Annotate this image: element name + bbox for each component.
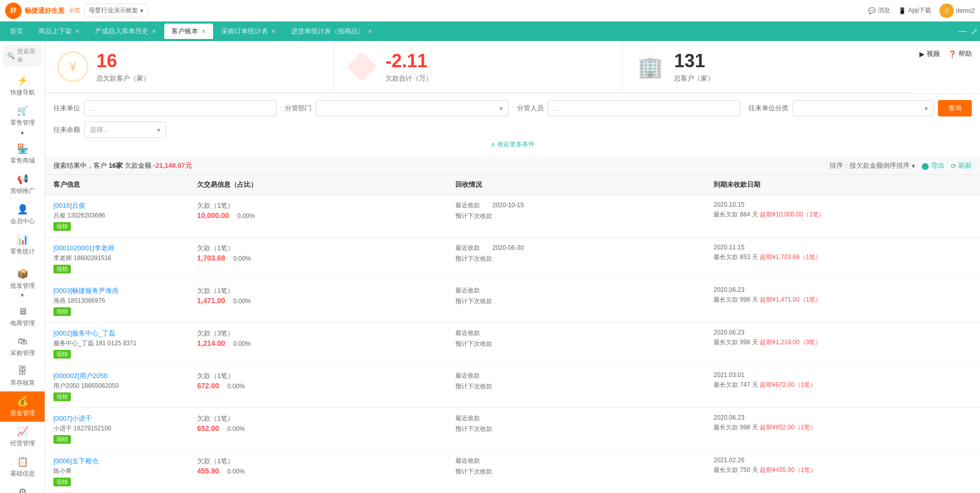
debt-cell-1: 欠款（1笔） 10,000.00 0.00% [197,201,455,220]
table-row: [0016]吕俊 吕俊 13026203696 现销 欠款（1笔） 10,000… [45,195,980,238]
quick-nav-icon: ⚡ [17,75,28,86]
customer-name-4[interactable]: [0002]服务中心_丁磊 [53,329,197,338]
tab-close-icon3[interactable]: ✕ [201,28,206,35]
search-icon: 🔍 [7,52,15,60]
logo: 好 畅捷通好生意 [5,3,65,19]
collapse-label: 收起更多条件 [497,140,534,149]
sidebar-item-ecommerce[interactable]: 🖥 电商管理 [0,302,45,332]
stat-number-debt-customers: 16 [97,50,321,72]
tab-home[interactable]: 首页 [3,24,30,39]
customer-name-5[interactable]: [000002]用户2050 [53,371,197,381]
table-row: [0001020001]李老师 李老师 18600391516 现销 欠款（1笔… [45,238,980,280]
refresh-btn[interactable]: ⟳ 刷新 [951,161,972,170]
sidebar-item-inventory[interactable]: 🗄 库存核算 [0,362,45,391]
debt-count-6: 欠款（1笔） [197,414,455,423]
stat-card-total-customers: 🏢 131 总客户（家） [623,41,911,92]
customer-name-2[interactable]: [0001020001]李老师 [53,244,197,253]
org-selector[interactable]: 母婴行业演示账套 ▾ [84,4,148,17]
user-profile[interactable]: D demo2 [939,4,975,18]
appdown-btn[interactable]: 📱 App下载 [898,6,931,15]
tab-close-icon[interactable]: ✕ [75,28,80,35]
collection-cell-2: 最近收款 2020-06-30 预计下次收款 [455,244,714,263]
customer-phone-1: 吕俊 13026203696 [53,211,197,220]
overdue-days-2: 最长欠款 853 天 [714,253,758,261]
overdue-amount-1[interactable]: 超期¥10,000.00（1笔） [760,211,825,218]
video-icon: ▶ [919,50,925,58]
overdue-amount-6[interactable]: 超期¥652.00（1笔） [760,424,816,431]
view-label: 视频 [927,49,940,58]
sidebar-item-marketing[interactable]: 📢 营销推广 [0,169,45,200]
filter-label-person: 分管人员 [517,104,544,113]
customer-name-7[interactable]: [0006]去下粮仓 [53,457,197,466]
help-icon: ❓ [948,50,956,58]
debt-amount-5: 672.00 [197,382,219,390]
tab-close-icon4[interactable]: ✕ [271,28,276,35]
filter-select-category[interactable]: ▾ [793,100,934,116]
sidebar-item-quick-nav[interactable]: ⚡ 快捷导航 [0,71,45,101]
overdue-amount-2[interactable]: 超期¥1,703.68（1笔） [760,253,821,261]
member-icon: 👤 [17,204,28,215]
search-menu-box[interactable]: 🔍 搜索菜单 [3,45,42,67]
overdue-info-2: 最长欠款 853 天 超期¥1,703.68（1笔） [714,253,972,262]
tab-maximize-btn[interactable]: ⤢ [971,27,977,36]
tab-product-offshelf[interactable]: 商品上下架 ✕ [31,24,87,39]
sidebar-item-retail-mgmt[interactable]: 🛒 零售管理 ▲ [0,101,45,139]
filter-select-balance[interactable]: 选择... ▾ [84,122,166,138]
overdue-amount-3[interactable]: 超期¥1,471.00（1笔） [760,296,821,303]
debt-percent-5: 0.00% [227,383,245,390]
layout: 🔍 搜索菜单 ⚡ 快捷导航 🛒 零售管理 ▲ 🏪 零售商城 📢 营销推广 👤 会… [0,41,980,493]
tab-purchase-stats-label: 进货单统计表（按商品） [291,27,364,36]
message-btn[interactable]: 💬 消息 [868,6,890,15]
collapse-btn[interactable]: ∧ 收起更多条件 [491,140,534,149]
filter-balance-placeholder: 选择... [90,125,109,134]
stat-label-debt-customers: 总欠款客户（家） [97,74,321,83]
customer-name-3[interactable]: [0003]畅捷服务尹海燕 [53,286,197,295]
filter-input-person[interactable]: ... [548,100,740,116]
filter-input-unit-dots: ... [90,105,95,112]
sidebar-item-member[interactable]: 👤 会员中心 [0,200,45,230]
sidebar-item-system[interactable]: ⚙ 系统管理 [0,482,45,493]
debt-cell-4: 欠款（3笔） 1,214.00 0.00% [197,329,455,347]
customer-name-1[interactable]: [0016]吕俊 [53,201,197,210]
tab-close-icon5[interactable]: ✕ [368,28,372,35]
inventory-icon: 🗄 [18,366,27,377]
sidebar-item-retail-stats[interactable]: 📊 零售统计 [0,230,45,260]
stat-card-debt-customers: ¥ 16 总欠款客户（家） [45,41,334,92]
stat-info-2: -2.11 欠款合计（万） [386,50,610,83]
sidebar-item-batch-mgmt[interactable]: 📦 批发管理 ▼ [0,264,45,302]
filter-group-category: 往来单位分类 ▾ 查询 [748,100,972,116]
tab-product-history[interactable]: 产成品入库单历史 ✕ [88,24,163,39]
search-button[interactable]: 查询 [938,100,972,116]
building-icon: 🏢 [635,51,666,82]
tab-purchase-stats[interactable]: 进货单统计表（按商品） ✕ [284,24,379,39]
overdue-amount-4[interactable]: 超期¥1,214.00（3笔） [760,339,821,346]
tab-close-icon2[interactable]: ✕ [151,28,156,35]
tab-minimize-btn[interactable]: — [958,27,967,36]
stats-row: ¥ 16 总欠款客户（家） -2.11 欠款合计（万） [45,41,911,93]
filter-group-unit: 往来单位 ... [53,100,277,116]
overdue-amount-5[interactable]: 超期¥672.00（1笔） [760,381,816,388]
next-collection-5: 预计下次收款 [455,382,714,391]
tab-purchase-order[interactable]: 采购订单统计表 ✕ [214,24,283,39]
sidebar-item-finance[interactable]: 💰 资金管理 [0,391,45,422]
tab-customer-account[interactable]: 客户账本 ✕ [164,24,213,39]
sidebar-item-operations[interactable]: 📈 经营管理 [0,422,45,452]
debt-percent-1: 0.00% [237,212,255,220]
overdue-amount-7[interactable]: 超期¥455.90（1笔） [760,466,816,474]
sidebar-item-basic-info[interactable]: 📋 基础信息 [0,452,45,482]
sort-selector[interactable]: 排序：按欠款金额倒序排序 ▾ [830,161,915,170]
filter-input-unit[interactable]: ... [84,100,277,116]
sidebar-item-retail-mall[interactable]: 🏪 零售商城 [0,139,45,169]
filter-select-dept[interactable]: ▾ [316,100,508,116]
help-btn[interactable]: ❓ 帮助 [948,49,972,58]
customer-cell-1: [0016]吕俊 吕俊 13026203696 现销 [53,201,197,231]
collection-cell-4: 最近收款 预计下次收款 [455,329,714,348]
customer-name-6[interactable]: [0007]小进干 [53,414,197,423]
sidebar-label-inventory: 库存核算 [10,379,35,387]
export-icon: ⬤ [921,162,929,170]
view-btn[interactable]: ▶ 视频 [919,49,940,58]
export-btn[interactable]: ⬤ 导出 [921,161,945,170]
sidebar-item-purchase[interactable]: 🛍 采购管理 [0,332,45,362]
due-date-3: 2020.06.23 [714,286,972,293]
table-row: [0003]畅捷服务尹海燕 海燕 18513066976 现销 欠款（1笔） 1… [45,280,980,323]
